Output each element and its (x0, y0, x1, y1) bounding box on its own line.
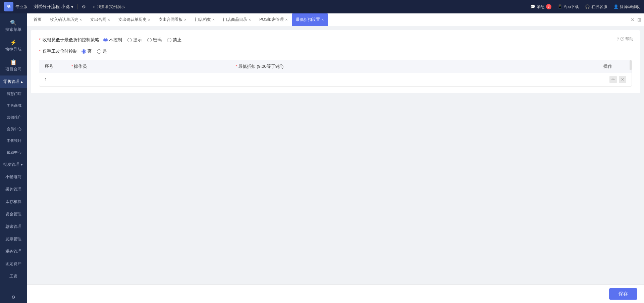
tab-pos-password[interactable]: POS加密管理 × (255, 13, 292, 26)
discount-strategy-radio-group: 不控制 提示 密码 禁止 (103, 37, 181, 43)
sidebar-item-shortcuts[interactable]: ⚡ 快捷导航 (0, 36, 27, 56)
sidebar-item-projects[interactable]: 📋 项目合同 (0, 56, 27, 75)
manual-price-row: * 仅手工改价时控制 否 是 (39, 48, 632, 54)
discount-table: 序号 *操作员 *最低折扣 (9.00等于9折) 操作 (39, 60, 632, 86)
project-dropdown-icon: ▾ (71, 4, 73, 9)
sidebar-item-salary[interactable]: 工资 (0, 270, 27, 283)
sidebar-settings-button[interactable]: ⚙ (0, 291, 27, 303)
demo-icon: ○ (93, 4, 95, 9)
delete-row-button[interactable]: ✕ (619, 76, 626, 83)
sidebar-item-members[interactable]: 会员中心 (0, 123, 27, 135)
radio-no-control[interactable]: 不控制 (103, 37, 122, 43)
app-download-button[interactable]: 📱 App下载 (557, 4, 579, 10)
sidebar-item-online-shop[interactable]: 零售商城 (0, 100, 27, 111)
sidebar-item-smart-store[interactable]: 智慧门店 (0, 88, 27, 100)
tab-payment-confirm[interactable]: 支出确认单历史 × (114, 13, 155, 26)
discount-table-container: 序号 *操作员 *最低折扣 (9.00等于9折) 操作 (39, 60, 632, 87)
tabbar: 首页 收入确认单历史 × 支出合同 × 支出确认单历史 × 支出合同看板 × 门… (27, 13, 644, 26)
sidebar-item-finance[interactable]: 资金管理 (0, 208, 27, 220)
tab-min-discount-close[interactable]: × (321, 17, 324, 22)
sidebar-label-help: 帮助中心 (7, 150, 21, 155)
sidebar-item-search[interactable]: 🔍 搜索菜单 (0, 16, 27, 36)
project-selector[interactable]: 测试分开流程-小览 ▾ (34, 4, 73, 10)
tab-store-archive[interactable]: 门店档案 × (191, 13, 219, 26)
manual-price-label: * 仅手工改价时控制 (39, 48, 77, 54)
app-logo: 畅 专业版 (4, 2, 31, 11)
user-profile-button[interactable]: 👤 徐泽华修改 (613, 4, 640, 10)
radio-manual-yes[interactable]: 是 (97, 48, 107, 54)
radio-password[interactable]: 密码 (147, 37, 162, 43)
online-service-button[interactable]: 🎧 在线客服 (585, 4, 607, 10)
sidebar-item-wholesale[interactable]: 批发管理 ▼ (0, 158, 27, 171)
tab-income-confirm[interactable]: 收入确认单历史 × (46, 13, 86, 26)
tab-store-archive-close[interactable]: × (212, 17, 215, 22)
manual-price-radio-group: 否 是 (82, 48, 107, 54)
online-service-label: 在线客服 (591, 4, 607, 10)
tab-payment-board[interactable]: 支出合同看板 × (155, 13, 191, 26)
tab-payment-board-label: 支出合同看板 (159, 17, 183, 22)
sidebar-item-retail-stats[interactable]: 零售统计 (0, 135, 27, 147)
sidebar-item-fixed-assets[interactable]: 固定资产 (0, 258, 27, 270)
demo-link[interactable]: ○ 我要看实例演示 (93, 4, 125, 10)
sidebar-item-marketing[interactable]: 营销推广 (0, 111, 27, 123)
tab-income-confirm-close[interactable]: × (79, 17, 82, 22)
sidebar-item-tax[interactable]: 税务管理 (0, 245, 27, 258)
sidebar-label-tax: 税务管理 (5, 249, 21, 254)
topbar: 畅 专业版 测试分开流程-小览 ▾ ⚙ ○ 我要看实例演示 💬 消息 8 📱 A… (0, 0, 644, 13)
sidebar-label-projects: 项目合同 (5, 66, 21, 72)
page-footer: 保存 (27, 285, 644, 303)
help-link[interactable]: ? ⑦ 帮助 (617, 36, 633, 42)
message-button[interactable]: 💬 消息 8 (530, 4, 551, 10)
tab-payment-board-close[interactable]: × (184, 17, 186, 22)
user-name: 徐泽华修改 (620, 4, 640, 10)
retail-collapse-arrow: ▲ (20, 80, 23, 84)
sidebar: 🔍 搜索菜单 ⚡ 快捷导航 📋 项目合同 零售管理 ▲ 智慧门店 零售商城 营销… (0, 13, 27, 303)
expand-tabs-icon[interactable]: ⊞ (637, 17, 641, 22)
radio-forbid[interactable]: 禁止 (167, 37, 181, 43)
tab-min-discount[interactable]: 最低折扣设置 × (292, 13, 328, 26)
save-button[interactable]: 保存 (609, 288, 637, 300)
discount-strategy-label: * 收银员低于最低折扣控制策略 (39, 37, 99, 43)
sidebar-item-ecommerce[interactable]: 小畅电商 (0, 171, 27, 183)
tab-income-confirm-label: 收入确认单历史 (50, 17, 78, 22)
sidebar-item-purchase[interactable]: 采购管理 (0, 183, 27, 196)
sidebar-item-retail[interactable]: 零售管理 ▲ (0, 75, 27, 88)
sidebar-label-retail-stats: 零售统计 (7, 138, 21, 143)
sidebar-label-finance: 资金管理 (5, 211, 21, 217)
message-icon: 💬 (530, 4, 535, 9)
tab-pos-password-close[interactable]: × (285, 17, 287, 22)
sidebar-item-accounting[interactable]: 总账管理 (0, 220, 27, 233)
main-container: 🔍 搜索菜单 ⚡ 快捷导航 📋 项目合同 零售管理 ▲ 智慧门店 零售商城 营销… (0, 13, 644, 303)
project-name: 测试分开流程-小览 (34, 4, 70, 10)
table-scrollbar[interactable] (630, 60, 632, 70)
message-label: 消息 (537, 4, 545, 10)
tab-payment-contract[interactable]: 支出合同 × (86, 13, 114, 26)
edit-row-button[interactable]: ✏ (609, 76, 617, 83)
cell-operator (66, 73, 230, 86)
sidebar-label-search: 搜索菜单 (5, 27, 21, 33)
sidebar-label-purchase: 采购管理 (5, 187, 21, 192)
sidebar-item-invoice[interactable]: 发票管理 (0, 233, 27, 245)
settings-icon-topbar[interactable]: ⚙ (82, 4, 86, 9)
table-header-row: 序号 *操作员 *最低折扣 (9.00等于9折) 操作 (39, 60, 632, 73)
tab-home[interactable]: 首页 (30, 13, 46, 26)
sidebar-item-help[interactable]: 帮助中心 (0, 147, 27, 158)
tab-store-products-close[interactable]: × (249, 17, 251, 22)
close-all-tabs-icon[interactable]: ✕ (631, 17, 635, 22)
tab-store-products[interactable]: 门店商品目录 × (219, 13, 255, 26)
required-mark-strategy: * (39, 37, 41, 42)
sidebar-label-ecommerce: 小畅电商 (5, 174, 21, 180)
tab-payment-confirm-close[interactable]: × (148, 17, 150, 22)
page-content: ? ⑦ 帮助 * 收银员低于最低折扣控制策略 不控制 (27, 26, 644, 285)
tab-home-label: 首页 (34, 17, 42, 22)
col-header-discount: *最低折扣 (9.00等于9折) (230, 60, 598, 73)
radio-manual-no[interactable]: 否 (82, 48, 92, 54)
tab-store-products-label: 门店商品目录 (223, 17, 247, 22)
tab-payment-contract-close[interactable]: × (108, 17, 110, 22)
logo-icon: 畅 (4, 2, 13, 11)
col-header-action: 操作 (598, 60, 632, 73)
shortcuts-icon: ⚡ (10, 39, 17, 46)
sidebar-item-inventory[interactable]: 库存核算 (0, 196, 27, 208)
sidebar-label-invoice: 发票管理 (5, 236, 21, 242)
radio-prompt[interactable]: 提示 (127, 37, 142, 43)
